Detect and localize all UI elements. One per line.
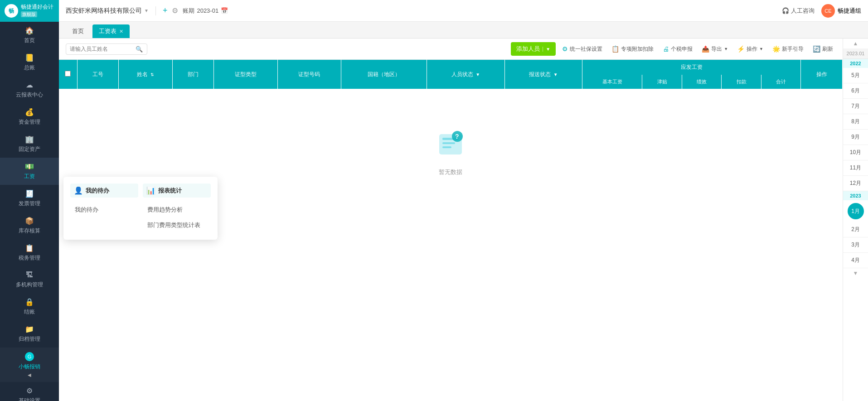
basic-icon: ⚙ <box>26 387 33 395</box>
dropdown-popup: 👤 我的待办 我的待办 📊 报表统计 费用趋势分析 部门费用类型统计表 <box>63 177 218 240</box>
refresh-action[interactable]: 🔄 刷新 <box>810 43 836 55</box>
special-deduct-icon: 📋 <box>611 45 619 53</box>
select-all-checkbox[interactable] <box>65 71 71 77</box>
month-2022-6[interactable]: 6月 <box>843 83 868 99</box>
sidebar-logo: 畅 畅捷通好会计 旗舰版 <box>0 0 59 22</box>
tax-icon: 📋 <box>25 244 34 252</box>
month-2023-3[interactable]: 3月 <box>843 237 868 253</box>
fund-icon: 💰 <box>25 108 34 116</box>
popup-item-cost-trend[interactable]: 费用趋势分析 <box>143 202 211 217</box>
tax-report-icon: 🖨 <box>663 45 669 53</box>
th-name[interactable]: 姓名 ⇅ <box>119 60 173 89</box>
service-button[interactable]: 🎧 人工咨询 <box>782 7 815 15</box>
month-nav-up[interactable]: ▲ <box>843 39 868 48</box>
xiaochang-icon: G <box>25 352 34 361</box>
home-icon: 🏠 <box>25 26 34 35</box>
month-2022-9[interactable]: 9月 <box>843 130 868 145</box>
search-input[interactable] <box>70 46 133 52</box>
cloud-icon: ☁ <box>26 81 33 89</box>
tab-salary[interactable]: 工资表 ✕ <box>92 24 130 38</box>
month-2022-11[interactable]: 11月 <box>843 160 868 176</box>
th-cert-number: 证型号码 <box>277 60 341 89</box>
export-action[interactable]: 📤 导出 ▼ <box>699 43 731 55</box>
report-icon: 📊 <box>146 186 155 195</box>
closing-icon: 🔒 <box>25 298 34 306</box>
calendar-icon[interactable]: 📅 <box>221 7 228 14</box>
toolbar: 🔍 添加人员 ▼ ⚙ 统一社保设置 📋 专项附加扣除 <box>59 39 843 60</box>
social-insurance-action[interactable]: ⚙ 统一社保设置 <box>559 43 605 55</box>
search-icon[interactable]: 🔍 <box>136 46 143 53</box>
operation-chevron: ▼ <box>759 47 763 51</box>
svg-rect-3 <box>442 146 451 148</box>
sidebar-item-invoice[interactable]: 🧾 发票管理 <box>0 185 59 212</box>
popup-section-2-title: 📊 报表统计 <box>143 184 211 198</box>
operation-icon: ⚡ <box>737 45 745 53</box>
month-2022-8[interactable]: 8月 <box>843 114 868 130</box>
sidebar-item-fixed-assets[interactable]: 🏢 固定资产 <box>0 130 59 158</box>
sidebar-item-archive[interactable]: 📁 归档管理 <box>0 320 59 348</box>
th-total: 合计 <box>761 75 800 89</box>
sidebar-item-multi-org[interactable]: 🏗 多机构管理 <box>0 266 59 293</box>
month-2023-1[interactable]: 1月 <box>848 203 864 219</box>
month-2022-7[interactable]: 7月 <box>843 99 868 114</box>
svg-rect-2 <box>442 142 455 144</box>
sidebar: 畅 畅捷通好会计 旗舰版 🏠 首页 📒 总账 ☁ 云报表中心 💰 资金管理 🏢 … <box>0 0 59 401</box>
month-2022-5[interactable]: 5月 <box>843 68 868 83</box>
user-menu[interactable]: CE 畅捷通组 <box>821 4 861 18</box>
month-2022-10[interactable]: 10月 <box>843 145 868 160</box>
tab-close-salary[interactable]: ✕ <box>119 29 123 34</box>
sidebar-item-closing[interactable]: 🔒 结账 <box>0 293 59 320</box>
month-2023-4[interactable]: 4月 <box>843 253 868 268</box>
sidebar-item-cloud-report[interactable]: ☁ 云报表中心 <box>0 76 59 103</box>
sidebar-item-salary[interactable]: 💵 工资 <box>0 158 59 185</box>
pending-icon: 👤 <box>74 186 83 195</box>
sidebar-item-xiaochang[interactable]: G 小畅报销 ◀ <box>0 348 59 382</box>
popup-item-my-pending[interactable]: 我的待办 <box>70 202 138 217</box>
th-dept: 部门 <box>172 60 214 89</box>
archive-icon: 📁 <box>25 325 34 333</box>
sidebar-item-fund[interactable]: 💰 资金管理 <box>0 103 59 130</box>
th-performance: 绩效 <box>682 75 721 89</box>
company-settings-button[interactable]: ⚙ <box>172 6 178 15</box>
add-person-chevron: ▼ <box>543 47 550 52</box>
operation-action[interactable]: ⚡ 操作 ▼ <box>734 43 766 55</box>
sidebar-item-inventory[interactable]: 📦 库存核算 <box>0 212 59 239</box>
tax-report-action[interactable]: 🖨 个税申报 <box>660 43 695 55</box>
sidebar-item-home[interactable]: 🏠 首页 <box>0 22 59 49</box>
company-selector[interactable]: 西安虾米网络科技有限公司 ▼ <box>66 7 149 15</box>
fixed-assets-icon: 🏢 <box>25 135 34 144</box>
tab-home[interactable]: 首页 <box>66 24 90 38</box>
th-operation: 操作 <box>801 60 843 89</box>
th-nationality: 国籍（地区） <box>341 60 427 89</box>
special-deduct-action[interactable]: 📋 专项附加扣除 <box>609 43 656 55</box>
th-cert-type: 证型类型 <box>214 60 277 89</box>
sidebar-item-basic[interactable]: ⚙ 基础设置 <box>0 382 59 401</box>
add-person-button[interactable]: 添加人员 ▼ <box>511 42 556 56</box>
name-sort-icon[interactable]: ⇅ <box>150 72 154 77</box>
tabbar: 首页 工资表 ✕ <box>59 22 868 39</box>
popup-section-1: 👤 我的待办 我的待办 <box>70 184 138 233</box>
month-sidebar: ▲ 2023.01 2022 5月 6月 7月 8月 9月 10月 11月 12… <box>843 39 868 401</box>
avatar: CE <box>821 4 835 18</box>
year-2022-label: 2022 <box>843 59 868 68</box>
month-nav-down[interactable]: ▼ <box>843 268 868 278</box>
add-company-button[interactable]: + <box>163 6 168 15</box>
sidebar-item-tax[interactable]: 📋 税务管理 <box>0 239 59 266</box>
checkbox-header[interactable] <box>59 60 77 89</box>
popup-item-dept-cost[interactable]: 部门费用类型统计表 <box>143 217 211 233</box>
th-person-status[interactable]: 人员状态 ▼ <box>427 60 504 89</box>
period-display: 账期 2023-01 📅 <box>183 7 228 15</box>
report-status-filter[interactable]: ▼ <box>553 72 558 77</box>
sidebar-item-ledger[interactable]: 📒 总账 <box>0 49 59 76</box>
month-2023-2[interactable]: 2月 <box>843 222 868 237</box>
popup-section-1-title: 👤 我的待办 <box>70 184 138 198</box>
logo-text: 畅捷通好会计 旗舰版 <box>21 4 53 18</box>
th-report-status[interactable]: 报送状态 ▼ <box>504 60 582 89</box>
newbie-guide-icon: 🌟 <box>772 45 780 53</box>
month-2022-12[interactable]: 12月 <box>843 176 868 191</box>
newbie-guide-action[interactable]: 🌟 新手引导 <box>770 43 806 55</box>
person-status-filter[interactable]: ▼ <box>475 72 480 77</box>
headset-icon: 🎧 <box>782 7 789 14</box>
th-deduct: 扣款 <box>722 75 761 89</box>
inventory-icon: 📦 <box>25 217 34 225</box>
